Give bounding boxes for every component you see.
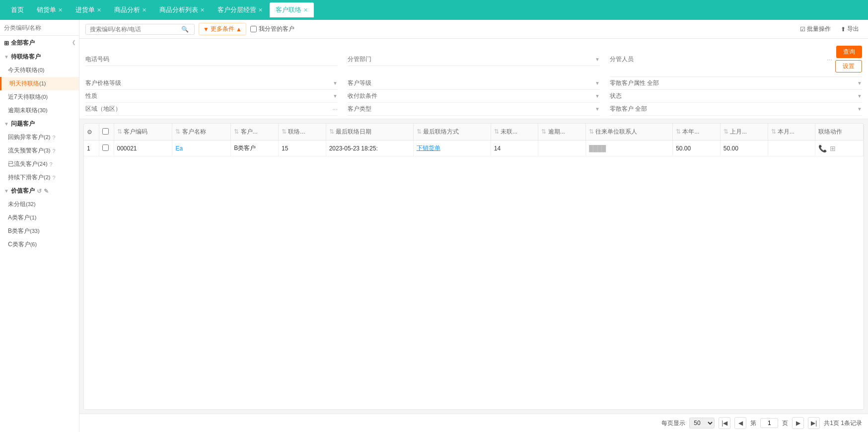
td-checkbox xyxy=(99,141,114,156)
td-customer-name[interactable]: Ea xyxy=(172,141,231,156)
filter-customer-level-select[interactable]: ▼ xyxy=(385,80,600,86)
phone-action-icon[interactable]: 📞 xyxy=(818,144,827,152)
query-button[interactable]: 查询 xyxy=(836,46,862,58)
sidebar-item-churn-warning-label: 流失预警客户(3) xyxy=(8,146,50,155)
sidebar-item-tomorrow[interactable]: 明天待联络(1) xyxy=(0,77,79,90)
filter-price-level: 客户价格等级 ▼ xyxy=(85,77,338,90)
th-last-month[interactable]: ⇅ 上月... xyxy=(720,124,768,141)
nav-sales-close-icon[interactable]: ✕ xyxy=(58,7,63,13)
nav-product-analysis-list-close-icon[interactable]: ✕ xyxy=(200,7,205,13)
nav-customer-contact[interactable]: 客户联络 ✕ xyxy=(270,2,314,17)
my-customer-checkbox-wrap[interactable]: 我分管的客户 xyxy=(250,25,294,33)
batch-operation-button[interactable]: ☑ 批量操作 xyxy=(797,23,834,35)
sidebar-search-input[interactable] xyxy=(4,24,78,31)
sort-icon-date: ⇅ xyxy=(329,128,334,135)
nav-product-analysis-close-icon[interactable]: ✕ xyxy=(142,7,146,13)
nav-product-analysis-list[interactable]: 商品分析列表 ✕ xyxy=(153,2,211,17)
help-icon-declining[interactable]: ? xyxy=(52,175,55,181)
edit-icon[interactable]: ✎ xyxy=(44,188,49,195)
filter-department-select[interactable]: ▼ xyxy=(385,57,600,62)
filter-price-level-select[interactable]: ▼ xyxy=(124,80,338,86)
th-contact-person[interactable]: ⇅ 往来单位联系人 xyxy=(586,124,673,141)
next-page-button[interactable]: ▶ xyxy=(792,417,804,429)
sidebar-item-churned-label: 已流失客户(24) xyxy=(8,160,48,168)
sidebar-item-overdue[interactable]: 逾期未联络(30) xyxy=(0,104,79,117)
nav-home-label: 首页 xyxy=(11,5,24,14)
filter-status-select[interactable]: ▼ xyxy=(648,93,862,99)
th-contact-count[interactable]: ⇅ 联络... xyxy=(278,124,326,141)
sidebar-group-value[interactable]: ▼ 价值客户 ↺ ✎ xyxy=(0,184,79,198)
filter-customer-type-select[interactable]: ▼ xyxy=(385,106,600,112)
th-customer-type[interactable]: ⇅ 客户... xyxy=(231,124,279,141)
filter-region-dots[interactable]: ··· xyxy=(332,105,338,113)
nav-sales[interactable]: 销货单 ✕ xyxy=(31,2,69,17)
filter-payment-select[interactable]: ▼ xyxy=(385,93,600,99)
last-page-button[interactable]: ▶| xyxy=(808,417,820,429)
data-table-area: ⚙ ⇅ 客户编码 ⇅ 客户名称 ⇅ 客户... ⇅ 联络... ⇅ 最后联络日期… xyxy=(83,123,864,410)
select-all-checkbox[interactable] xyxy=(102,128,109,135)
help-icon-churned[interactable]: ? xyxy=(50,161,53,167)
th-last-contact-method[interactable]: ⇅ 最后联络方式 xyxy=(413,124,491,141)
sidebar-item-churned[interactable]: 已流失客户(24) ? xyxy=(0,157,79,171)
sidebar-item-class-b[interactable]: B类客户(33) xyxy=(0,224,79,238)
filter-nature-arrow-icon: ▼ xyxy=(333,93,338,99)
grid-action-icon[interactable]: ⊞ xyxy=(830,144,836,152)
filter-person-label: 分管人员 xyxy=(610,55,645,64)
prev-page-button[interactable]: ◀ xyxy=(734,417,746,429)
set-button[interactable]: 设置 xyxy=(835,60,862,72)
sidebar-item-class-a[interactable]: A类客户(1) xyxy=(0,211,79,224)
td-last-contact-method[interactable]: 下销货单 xyxy=(413,141,491,156)
sidebar-item-today[interactable]: 今天待联络(0) xyxy=(0,64,79,77)
th-customer-name[interactable]: ⇅ 客户名称 xyxy=(172,124,231,141)
filter-nature-select[interactable]: ▼ xyxy=(123,93,338,99)
sidebar-item-declining[interactable]: 持续下滑客户(2) ? xyxy=(0,171,79,184)
th-this-year[interactable]: ⇅ 本年... xyxy=(673,124,721,141)
filter-person-dots[interactable]: ··· xyxy=(827,56,832,63)
first-page-button[interactable]: |◀ xyxy=(719,417,730,429)
export-button[interactable]: ⬆ 导出 xyxy=(838,23,862,35)
row-checkbox[interactable] xyxy=(102,144,109,151)
th-unlisted[interactable]: ⇅ 未联... xyxy=(491,124,538,141)
th-this-month[interactable]: ⇅ 本月... xyxy=(768,124,815,141)
sidebar-item-ungrouped[interactable]: 未分组(32) xyxy=(0,198,79,211)
help-icon-churn-warning[interactable]: ? xyxy=(52,148,55,154)
nav-customer-contact-close-icon[interactable]: ✕ xyxy=(303,7,308,13)
sidebar-group-pending[interactable]: ▼ 待联络客户 xyxy=(0,50,79,64)
sidebar-item-class-c-label: C类客户(6) xyxy=(8,240,37,249)
filter-region-label: 区域（地区） xyxy=(85,105,121,113)
th-customer-code[interactable]: ⇅ 客户编码 xyxy=(114,124,172,141)
sidebar-item-churn-warning[interactable]: 流失预警客户(3) ? xyxy=(0,144,79,157)
filter-phone: 电话号码 xyxy=(85,53,338,66)
search-button-icon[interactable]: 🔍 xyxy=(181,26,189,33)
search-input[interactable] xyxy=(90,26,179,33)
nav-customer-layer[interactable]: 客户分层经营 ✕ xyxy=(212,2,269,17)
sidebar-item-repurchase-abnormal[interactable]: 回购异常客户(2) ? xyxy=(0,131,79,144)
sort-icon-person: ⇅ xyxy=(589,128,594,135)
my-customer-checkbox[interactable] xyxy=(250,26,257,32)
collapse-icon[interactable]: 《 xyxy=(70,39,75,47)
nav-purchase[interactable]: 进货单 ✕ xyxy=(70,2,107,17)
content-area: 🔍 ▼ 更多条件 ▲ 我分管的客户 ☑ 批量操作 ⬆ 导出 xyxy=(79,20,868,432)
th-last-contact-date[interactable]: ⇅ 最后联络日期 xyxy=(326,124,413,141)
filter-phone-input[interactable] xyxy=(123,56,338,63)
sidebar-item-class-c[interactable]: C类客户(6) xyxy=(0,238,79,251)
help-icon-repurchase[interactable]: ? xyxy=(52,135,55,141)
filter-retail-attr-select[interactable]: ▼ xyxy=(662,80,862,86)
nav-customer-layer-close-icon[interactable]: ✕ xyxy=(258,7,263,13)
nav-product-analysis[interactable]: 商品分析 ✕ xyxy=(108,2,152,17)
per-page-select[interactable]: 50 100 200 xyxy=(689,418,715,429)
refresh-icon[interactable]: ↺ xyxy=(37,188,42,195)
sidebar-group-problem-label: 问题客户 xyxy=(11,120,35,128)
filter-retail-customer-select[interactable]: ▼ xyxy=(650,106,862,112)
td-index: 1 xyxy=(84,141,99,156)
nav-home[interactable]: 首页 xyxy=(5,2,30,17)
th-overdue[interactable]: ⇅ 逾期... xyxy=(538,124,586,141)
filter-retail-attr-arrow-icon: ▼ xyxy=(857,80,862,86)
sidebar-group-problem[interactable]: ▼ 问题客户 xyxy=(0,117,79,131)
th-settings[interactable]: ⚙ xyxy=(84,124,99,141)
nav-purchase-close-icon[interactable]: ✕ xyxy=(97,7,101,13)
page-input[interactable] xyxy=(760,418,778,428)
sidebar-all-customers[interactable]: ⊞ 全部客户 《 xyxy=(0,36,79,50)
more-filter-button[interactable]: ▼ 更多条件 ▲ xyxy=(199,23,246,35)
sidebar-item-7days[interactable]: 近7天待联络(0) xyxy=(0,90,79,104)
